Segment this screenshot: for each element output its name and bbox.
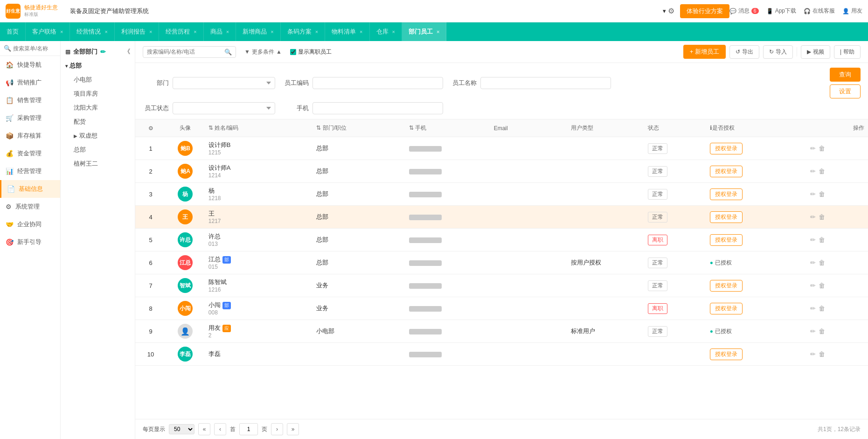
dept-tree-item-general[interactable]: ▾总部	[61, 59, 135, 73]
tab-bom[interactable]: 物料清单 ×	[325, 22, 369, 41]
sidebar-item-marketing[interactable]: 📢 营销推广	[0, 74, 60, 91]
auth-button[interactable]: 授权登录	[710, 211, 743, 223]
delete-icon[interactable]: 🗑	[819, 190, 825, 198]
tab-history[interactable]: 经营历程 ×	[159, 22, 203, 41]
delete-icon[interactable]: 🗑	[819, 259, 825, 266]
dept-tree-item-xiaodian[interactable]: 小电部	[61, 73, 135, 87]
dept-collapse-icon[interactable]: 《	[124, 48, 130, 56]
next-page-button[interactable]: ›	[271, 423, 283, 435]
emp-name-input[interactable]	[480, 77, 611, 89]
edit-icon[interactable]: ✏	[810, 350, 816, 358]
search-icon[interactable]: 🔍	[224, 49, 232, 56]
import-button[interactable]: ↻ 导入	[763, 45, 793, 59]
user-menu[interactable]: 👤 用友	[842, 7, 862, 15]
tab-barcode[interactable]: 条码方案 ×	[281, 22, 325, 41]
tab-goods-close[interactable]: ×	[226, 29, 229, 35]
app-download-button[interactable]: 📱 App下载	[766, 7, 796, 15]
page-number-input[interactable]	[239, 423, 258, 435]
gear-button[interactable]: ⚙	[668, 7, 674, 15]
status-select[interactable]	[173, 102, 275, 114]
auth-button[interactable]: 授权登录	[710, 280, 743, 292]
delete-icon[interactable]: 🗑	[819, 328, 825, 335]
sidebar-item-mgmt[interactable]: 📊 经营管理	[0, 162, 60, 180]
sidebar-item-guide[interactable]: 🎯 新手引导	[0, 233, 60, 251]
delete-icon[interactable]: 🗑	[819, 145, 825, 152]
tab-profit-close[interactable]: ×	[149, 29, 152, 35]
auth-button[interactable]: 授权登录	[710, 348, 743, 360]
sidebar-item-basic[interactable]: 📄 基础信息	[0, 180, 60, 198]
tab-customer-close[interactable]: ×	[60, 29, 63, 35]
dept-tree-item-head[interactable]: 总部	[61, 143, 135, 157]
th-name[interactable]: ⇅ 姓名/编码	[205, 119, 313, 137]
delete-icon[interactable]: 🗑	[819, 350, 825, 358]
dept-tree-item-shuangxu[interactable]: ▶双虚想	[61, 129, 135, 143]
tab-employees-close[interactable]: ×	[437, 29, 439, 35]
tab-add-goods-close[interactable]: ×	[271, 29, 273, 35]
tab-barcode-close[interactable]: ×	[315, 29, 318, 35]
tab-profit[interactable]: 利润报告 ×	[115, 22, 159, 41]
phone-input[interactable]	[312, 102, 443, 114]
emp-code-input[interactable]	[312, 77, 443, 89]
sidebar-item-finance[interactable]: 💰 资金管理	[0, 145, 60, 162]
export-button[interactable]: ↺ 导出	[729, 45, 759, 59]
tab-home[interactable]: 首页	[0, 22, 26, 41]
tab-customer[interactable]: 客户联络 ×	[26, 22, 70, 41]
view-button[interactable]: ▶ 视频	[801, 45, 830, 59]
delete-icon[interactable]: 🗑	[819, 213, 825, 221]
help-button[interactable]: | 帮助	[834, 45, 861, 59]
edit-icon[interactable]: ✏	[810, 213, 816, 221]
auth-button[interactable]: 授权登录	[710, 303, 743, 314]
sidebar-item-quicknav[interactable]: 🏠 快捷导航	[0, 56, 60, 74]
per-page-select[interactable]: 50 100 200	[169, 424, 194, 434]
th-settings[interactable]: ⚙	[135, 119, 166, 137]
delete-icon[interactable]: 🗑	[819, 236, 825, 244]
search-input[interactable]	[147, 49, 222, 55]
delete-icon[interactable]: 🗑	[819, 167, 825, 175]
edit-icon[interactable]: ✏	[810, 236, 816, 244]
auth-button[interactable]: 授权登录	[710, 234, 743, 246]
sidebar-item-purchase[interactable]: 🛒 采购管理	[0, 109, 60, 127]
edit-icon[interactable]: ✏	[810, 282, 816, 289]
dept-tree-item-project[interactable]: 项目库房	[61, 87, 135, 101]
more-filter-button[interactable]: ▼ 更多条件 ▲	[241, 46, 285, 58]
message-button[interactable]: 💬 消息 6	[729, 7, 759, 15]
last-page-button[interactable]: »	[287, 423, 299, 435]
sidebar-search-input[interactable]	[13, 45, 56, 52]
dept-select[interactable]	[173, 77, 275, 89]
dropdown-arrow[interactable]: ▾	[663, 7, 666, 14]
tab-operation-close[interactable]: ×	[104, 29, 107, 35]
auth-button[interactable]: 授权登录	[710, 166, 743, 177]
dept-tree-item-shenyang[interactable]: 沈阳大库	[61, 101, 135, 115]
th-dept[interactable]: ⇅ 部门/职位	[312, 119, 405, 137]
edit-icon[interactable]: ✏	[810, 167, 816, 175]
sidebar-item-inventory[interactable]: 📦 库存核算	[0, 127, 60, 145]
trial-button[interactable]: 体验行业方案	[680, 4, 729, 18]
tab-goods[interactable]: 商品 ×	[204, 22, 236, 41]
online-service-button[interactable]: 🎧 在线客服	[804, 7, 835, 15]
tab-bom-close[interactable]: ×	[360, 29, 362, 35]
edit-icon[interactable]: ✏	[810, 259, 816, 266]
edit-icon[interactable]: ✏	[810, 145, 816, 152]
tab-warehouse[interactable]: 仓库 ×	[370, 22, 402, 41]
dept-edit-icon[interactable]: ✏	[100, 48, 106, 56]
show-resign-checkbox[interactable]	[290, 49, 296, 55]
edit-icon[interactable]: ✏	[810, 305, 816, 312]
edit-icon[interactable]: ✏	[810, 190, 816, 198]
sidebar-item-sales[interactable]: 📋 销售管理	[0, 91, 60, 109]
th-phone[interactable]: ⇅ 手机	[405, 119, 490, 137]
dept-tree-item-distribution[interactable]: 配货	[61, 115, 135, 129]
sidebar-item-collab[interactable]: 🤝 企业协同	[0, 216, 60, 233]
set-button[interactable]: 设置	[830, 84, 861, 98]
tab-employees[interactable]: 部门员工 ×	[402, 22, 446, 41]
edit-icon[interactable]: ✏	[810, 328, 816, 335]
dept-tree-item-zhishu[interactable]: 植树王二	[61, 157, 135, 171]
delete-icon[interactable]: 🗑	[819, 282, 825, 289]
delete-icon[interactable]: 🗑	[819, 305, 825, 312]
add-employee-button[interactable]: + 新增员工	[683, 45, 726, 59]
auth-button[interactable]: 授权登录	[710, 143, 743, 154]
sidebar-item-system[interactable]: ⚙ 系统管理	[0, 198, 60, 216]
tab-history-close[interactable]: ×	[194, 29, 196, 35]
auth-button[interactable]: 授权登录	[710, 188, 743, 200]
tab-add-goods[interactable]: 新增商品 ×	[236, 22, 280, 41]
tab-warehouse-close[interactable]: ×	[392, 29, 395, 35]
